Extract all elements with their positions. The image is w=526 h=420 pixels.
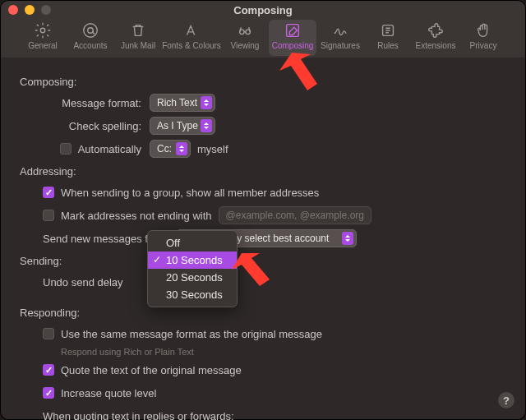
undo-option-30s[interactable]: 30 Seconds — [148, 286, 237, 303]
font-icon — [182, 21, 201, 39]
tab-fonts-colours[interactable]: Fonts & Colours — [162, 20, 221, 56]
tab-label: Extensions — [416, 41, 456, 50]
undo-option-20s[interactable]: 20 Seconds — [148, 269, 237, 286]
undo-option-10s[interactable]: 10 Seconds — [148, 252, 237, 269]
trash-icon — [129, 21, 147, 39]
tab-label: Privacy — [470, 41, 497, 50]
annotation-arrow-toolbar — [279, 46, 337, 95]
when-quoting-label: When quoting text in replies or forwards… — [43, 410, 234, 421]
quote-checkbox[interactable] — [43, 364, 54, 376]
tab-general[interactable]: General — [19, 20, 67, 56]
auto-cc-checkbox[interactable] — [60, 143, 72, 155]
hand-icon — [474, 21, 492, 39]
tab-extensions[interactable]: Extensions — [412, 20, 459, 56]
rules-icon — [379, 21, 397, 39]
mark-addresses-field[interactable]: @example.com, @example.org — [219, 206, 371, 224]
message-format-label: Message format: — [43, 97, 150, 109]
compose-icon — [284, 21, 302, 39]
svg-point-0 — [40, 28, 45, 33]
check-spelling-popup[interactable]: As I Type — [150, 117, 215, 135]
undo-send-label: Undo send delay — [43, 276, 123, 288]
auto-cc-popup[interactable]: Cc: — [150, 140, 191, 158]
quote-label: Quote the text of the original message — [61, 364, 242, 376]
tab-junk-mail[interactable]: Junk Mail — [114, 20, 162, 56]
at-icon — [81, 21, 99, 39]
tab-rules[interactable]: Rules — [364, 20, 412, 56]
group-addresses-label: When sending to a group, show all member… — [61, 187, 319, 199]
increase-quote-checkbox[interactable] — [43, 387, 54, 399]
tab-privacy[interactable]: Privacy — [459, 20, 507, 56]
section-responding: Responding: — [20, 307, 506, 319]
undo-option-off[interactable]: Off — [148, 234, 237, 252]
tab-viewing[interactable]: Viewing — [221, 20, 269, 56]
same-format-hint: Respond using Rich or Plain Text — [61, 347, 506, 357]
help-button[interactable]: ? — [498, 392, 514, 408]
check-spelling-label: Check spelling: — [43, 120, 150, 132]
svg-point-1 — [84, 24, 98, 38]
mark-addresses-label: Mark addresses not ending with — [61, 210, 212, 222]
svg-marker-8 — [232, 253, 270, 286]
message-format-popup[interactable]: Rich Text — [150, 94, 215, 112]
tab-accounts[interactable]: Accounts — [67, 20, 114, 56]
tab-label: Junk Mail — [121, 41, 155, 50]
mark-addresses-checkbox[interactable] — [43, 210, 54, 221]
svg-point-2 — [88, 28, 93, 33]
window-title: Composing — [0, 4, 526, 16]
tab-label: Fonts & Colours — [162, 41, 221, 50]
tab-label: Rules — [377, 41, 399, 50]
glasses-icon — [236, 21, 254, 39]
gear-icon — [34, 21, 52, 39]
svg-marker-7 — [279, 53, 317, 90]
auto-cc-after: myself — [197, 143, 228, 155]
puzzle-icon — [427, 21, 445, 39]
tab-label: Accounts — [73, 41, 107, 50]
auto-cc-label: Automatically — [78, 143, 141, 155]
tab-label: General — [28, 41, 58, 50]
section-composing: Composing: — [20, 76, 506, 88]
same-format-checkbox[interactable] — [43, 328, 54, 339]
annotation-arrow-menu — [232, 247, 289, 293]
increase-quote-label: Increase quote level — [61, 387, 156, 399]
group-addresses-checkbox[interactable] — [43, 187, 54, 198]
signature-icon — [331, 21, 349, 39]
section-addressing: Addressing: — [20, 165, 506, 178]
tab-label: Viewing — [231, 41, 260, 50]
same-format-label: Use the same message format as the origi… — [61, 328, 322, 340]
preferences-toolbar: General Accounts Junk Mail Fonts & Colou… — [0, 20, 526, 58]
undo-send-menu[interactable]: Off 10 Seconds 20 Seconds 30 Seconds — [147, 230, 238, 307]
